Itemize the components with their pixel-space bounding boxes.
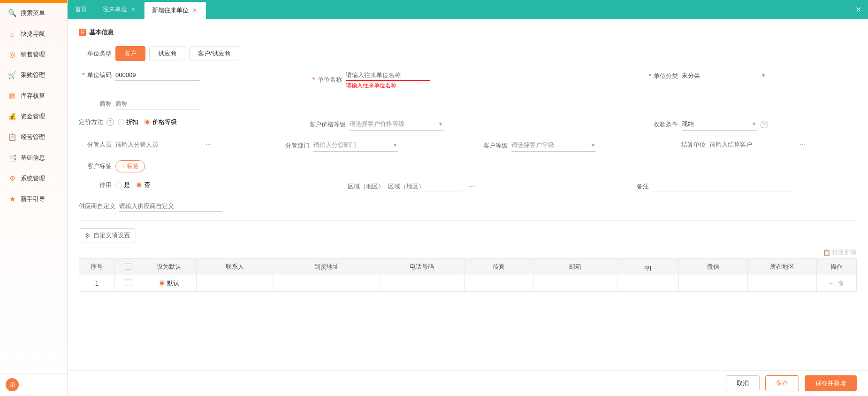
pricing-help-icon[interactable]: ?: [107, 118, 114, 126]
type-btn-supplier[interactable]: 供应商: [149, 46, 185, 61]
row-default-radio[interactable]: 默认: [146, 279, 191, 287]
header-checkbox[interactable]: [125, 263, 131, 270]
row-region[interactable]: [747, 275, 816, 292]
custom-settings-button[interactable]: ⚙ 自定义项设置: [79, 228, 136, 242]
gear-icon: ⚙: [85, 232, 91, 239]
table-header-7: 邮箱: [533, 259, 617, 275]
sidebar-item-label-finance: 资金管理: [21, 112, 45, 121]
disabled-row: 停用 是 否 区域（地区）: [79, 181, 857, 192]
save-button[interactable]: 保存: [765, 375, 799, 391]
table-header-5: 电话号码: [380, 259, 464, 275]
close-partner-tab[interactable]: ✕: [130, 5, 137, 14]
row-fax[interactable]: [464, 275, 533, 292]
radio-no[interactable]: 否: [136, 181, 150, 189]
save-new-button[interactable]: 保存并新增: [805, 375, 857, 391]
row-checkbox[interactable]: [125, 280, 131, 286]
sidebar-item-basic[interactable]: 📑 基础信息: [0, 148, 67, 168]
address-input[interactable]: [298, 280, 355, 287]
payment-condition-select[interactable]: 现结 ▼: [682, 118, 757, 131]
unit-name-label: * 单位名称: [309, 76, 342, 84]
pricing-radio-group: 折扣 价格等级: [118, 118, 177, 126]
sidebar-item-sales[interactable]: ◎ 销售管理: [0, 44, 67, 65]
tab-partner[interactable]: 往来单位 ✕: [95, 0, 145, 19]
radio-discount[interactable]: 折扣: [118, 118, 138, 126]
unit-category-select[interactable]: 未分类 ▼: [682, 70, 766, 82]
manager-label: 分管人员: [79, 140, 112, 149]
settlement-unit-input[interactable]: [709, 139, 794, 150]
payment-help-icon[interactable]: ?: [761, 121, 768, 128]
pricing-label: 定价方法 ?: [79, 118, 114, 126]
supplier-custom-input[interactable]: [119, 201, 222, 212]
manager-more-icon[interactable]: ···: [204, 140, 213, 149]
row-region-input[interactable]: [766, 280, 799, 287]
wechat-input[interactable]: [697, 280, 730, 287]
inventory-icon: ▦: [8, 91, 17, 101]
short-name-input[interactable]: [115, 98, 200, 109]
customer-tag-field: 客户标签 + 标签: [79, 160, 857, 172]
manager-field: 分管人员 ···: [79, 139, 263, 150]
row-contact[interactable]: [197, 275, 273, 292]
contact-input[interactable]: [216, 280, 253, 287]
sidebar-item-inventory[interactable]: ▦ 库存核算: [0, 85, 67, 106]
window-close-btn[interactable]: ✕: [849, 0, 868, 19]
table-header-0: 序号: [79, 259, 115, 275]
radio-price-level[interactable]: 价格等级: [144, 118, 177, 126]
row-delete-icon[interactable]: 🗑: [838, 280, 844, 287]
sidebar-item-purchase[interactable]: 🛒 采购管理: [0, 65, 67, 85]
unit-name-input[interactable]: [346, 70, 430, 81]
customer-tag-label: 客户标签: [79, 162, 112, 171]
row-address[interactable]: [273, 275, 380, 292]
sidebar-item-quick-nav[interactable]: ⌂ 快捷导航: [0, 23, 67, 44]
department-field: 分管部门 请输入分管部门 ▼: [277, 139, 461, 152]
radio-inner-price-level: [145, 120, 149, 124]
batch-delete-btn[interactable]: 📋 批量删除: [79, 248, 857, 256]
tab-new-partner[interactable]: 新增往来单位 ✕: [145, 2, 206, 19]
sidebar-item-search[interactable]: 🔍 搜索菜单: [0, 3, 67, 23]
row-phone[interactable]: [380, 275, 464, 292]
tab-home[interactable]: 首页: [68, 0, 95, 19]
unit-type-group: 客户供应商客户/供应商: [115, 46, 239, 61]
manager-input[interactable]: [115, 139, 200, 150]
fax-input[interactable]: [482, 280, 515, 287]
payment-condition-value: 现结: [682, 120, 694, 128]
region-more-icon[interactable]: ···: [467, 182, 477, 191]
unit-name-field: * 单位名称 请输入往来单位名称: [309, 70, 626, 90]
form-content: F 基本信息 单位类型 客户供应商客户/供应商 * 单位编码: [68, 19, 868, 370]
sidebar-item-guide[interactable]: ★ 新手引导: [0, 189, 67, 210]
tab-bar: 首页 往来单位 ✕ 新增往来单位 ✕ ✕: [68, 0, 868, 19]
section-title-text: 基本信息: [89, 28, 114, 37]
row-add-icon[interactable]: +: [829, 280, 833, 287]
customer-price-level-select[interactable]: 请选择客户价格等级 ▼: [350, 118, 443, 131]
table-header-10: 所在地区: [747, 259, 816, 275]
add-tag-button[interactable]: + 标签: [115, 160, 145, 172]
customer-price-level-placeholder: 请选择客户价格等级: [350, 120, 404, 128]
cancel-button[interactable]: 取消: [726, 375, 760, 391]
table-header-3: 联系人: [197, 259, 273, 275]
customer-level-select[interactable]: 请选择客户等级 ▼: [511, 139, 596, 152]
row-no: 1: [79, 275, 115, 292]
settlement-more-icon[interactable]: ···: [798, 140, 807, 149]
row-wechat[interactable]: [678, 275, 747, 292]
radio-outer-discount: [118, 119, 124, 125]
row-checkbox-cell[interactable]: [114, 275, 141, 292]
phone-input[interactable]: [401, 280, 443, 287]
close-new-partner-tab[interactable]: ✕: [191, 6, 198, 15]
sidebar-item-finance[interactable]: 💰 资金管理: [0, 106, 67, 127]
type-btn-customer[interactable]: 客户: [115, 46, 145, 61]
sidebar-item-operations[interactable]: 📋 经营管理: [0, 127, 67, 148]
customer-level-label: 客户等级: [475, 141, 508, 150]
radio-yes[interactable]: 是: [115, 181, 130, 189]
remark-input[interactable]: [653, 181, 793, 192]
region-input[interactable]: [388, 181, 463, 192]
row-email[interactable]: [533, 275, 617, 292]
type-btn-both[interactable]: 客户/供应商: [189, 46, 239, 61]
quick-nav-icon: ⌂: [8, 29, 17, 39]
department-select[interactable]: 请输入分管部门 ▼: [313, 139, 398, 152]
unit-code-input[interactable]: [115, 70, 200, 81]
customer-level-placeholder: 请选择客户等级: [511, 141, 554, 149]
email-input[interactable]: [554, 280, 596, 287]
qq-input[interactable]: [634, 280, 662, 287]
customer-tag-row: 客户标签 + 标签: [79, 160, 857, 172]
row-qq[interactable]: [617, 275, 678, 292]
sidebar-item-system[interactable]: ⚙ 系统管理: [0, 168, 67, 189]
